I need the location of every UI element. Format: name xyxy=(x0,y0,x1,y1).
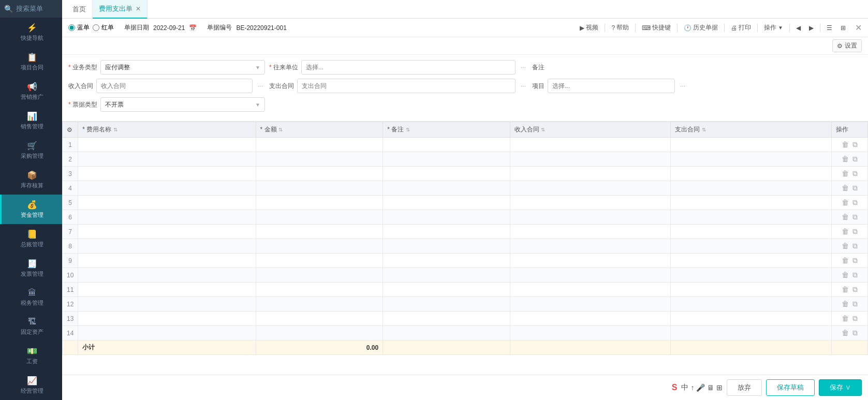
discard-button[interactable]: 放弃 xyxy=(727,379,762,396)
remark-cell[interactable] xyxy=(383,167,510,181)
amount-cell[interactable] xyxy=(256,254,383,268)
copy-icon[interactable]: ⧉ xyxy=(852,314,858,322)
partner-input[interactable] xyxy=(301,60,516,75)
copy-icon[interactable]: ⧉ xyxy=(852,213,858,221)
sidebar-item-accounting[interactable]: 📒 总账管理 xyxy=(0,224,62,254)
tab-close-icon[interactable]: ✕ xyxy=(136,5,141,12)
amount-cell[interactable] xyxy=(256,268,383,283)
expense-contract-cell[interactable] xyxy=(671,210,832,225)
amount-cell[interactable] xyxy=(256,210,383,225)
delete-icon[interactable]: 🗑 xyxy=(842,213,849,221)
sidebar-item-payroll[interactable]: 💵 工资 xyxy=(0,341,62,371)
income-contract-input[interactable] xyxy=(96,79,253,93)
expense-name-cell[interactable] xyxy=(78,297,256,312)
copy-icon[interactable]: ⧉ xyxy=(852,242,858,250)
expense-name-cell[interactable] xyxy=(78,210,256,225)
th-settings[interactable]: ⚙ xyxy=(63,122,78,138)
sidebar-item-operations[interactable]: 📈 经营管理 xyxy=(0,371,62,400)
close-window-icon[interactable]: ✕ xyxy=(855,23,862,33)
tab-home[interactable]: 首页 xyxy=(66,0,93,19)
sidebar-search[interactable]: 🔍 搜索菜单 xyxy=(0,0,62,18)
btn-prev[interactable]: ◀ xyxy=(793,23,804,33)
copy-icon[interactable]: ⧉ xyxy=(852,198,858,206)
radio-red[interactable]: 红单 xyxy=(93,23,114,32)
project-more-icon[interactable]: ··· xyxy=(678,82,687,90)
income-contract-cell[interactable] xyxy=(510,196,671,210)
expense-contract-cell[interactable] xyxy=(671,326,832,340)
expense-name-cell[interactable] xyxy=(78,312,256,326)
amount-cell[interactable] xyxy=(256,138,383,152)
delete-icon[interactable]: 🗑 xyxy=(842,242,849,250)
remark-cell[interactable] xyxy=(383,210,510,225)
copy-icon[interactable]: ⧉ xyxy=(852,256,858,264)
invoice-type-select[interactable]: 不开票 ▼ xyxy=(100,97,265,112)
th-amount[interactable]: * 金额 ⇅ xyxy=(256,122,383,138)
amount-cell[interactable] xyxy=(256,239,383,254)
radio-blue[interactable]: 蓝单 xyxy=(68,23,90,32)
business-type-select[interactable]: 应付调整 ▼ xyxy=(100,60,265,75)
sidebar-item-quick-nav[interactable]: ⚡ 快捷导航 xyxy=(0,18,62,47)
grid-icon[interactable]: ⊞ xyxy=(716,383,723,392)
delete-icon[interactable]: 🗑 xyxy=(842,184,849,192)
copy-icon[interactable]: ⧉ xyxy=(852,329,858,337)
delete-icon[interactable]: 🗑 xyxy=(842,140,849,149)
expense-contract-cell[interactable] xyxy=(671,196,832,210)
amount-cell[interactable] xyxy=(256,225,383,239)
income-contract-cell[interactable] xyxy=(510,167,671,181)
expense-contract-cell[interactable] xyxy=(671,239,832,254)
expense-name-cell[interactable] xyxy=(78,283,256,297)
sidebar-item-purchase[interactable]: 🛒 采购管理 xyxy=(0,136,62,165)
delete-icon[interactable]: 🗑 xyxy=(842,329,849,337)
btn-operate[interactable]: 操作 ▼ xyxy=(761,22,786,34)
tab-expense[interactable]: 费用支出单 ✕ xyxy=(93,0,148,19)
remark-cell[interactable] xyxy=(383,152,510,167)
btn-list-view[interactable]: ☰ xyxy=(823,23,835,33)
amount-cell[interactable] xyxy=(256,196,383,210)
delete-icon[interactable]: 🗑 xyxy=(842,300,849,308)
delete-icon[interactable]: 🗑 xyxy=(842,169,849,177)
copy-icon[interactable]: ⧉ xyxy=(852,169,858,177)
mic-icon[interactable]: 🎤 xyxy=(696,383,705,392)
remark-cell[interactable] xyxy=(383,181,510,196)
expense-name-cell[interactable] xyxy=(78,138,256,152)
copy-icon[interactable]: ⧉ xyxy=(852,155,858,163)
th-expense-contract[interactable]: 支出合同 ⇅ xyxy=(671,122,832,138)
sidebar-item-inventory[interactable]: 📦 库存核算 xyxy=(0,165,62,195)
remark-cell[interactable] xyxy=(383,297,510,312)
remark-cell[interactable] xyxy=(383,326,510,340)
amount-cell[interactable] xyxy=(256,152,383,167)
expense-contract-cell[interactable] xyxy=(671,297,832,312)
screen-icon[interactable]: 🖥 xyxy=(707,383,714,392)
expense-name-cell[interactable] xyxy=(78,254,256,268)
th-remark[interactable]: * 备注 ⇅ xyxy=(383,122,510,138)
expense-name-cell[interactable] xyxy=(78,225,256,239)
amount-cell[interactable] xyxy=(256,181,383,196)
expense-contract-cell[interactable] xyxy=(671,254,832,268)
btn-help[interactable]: ? 帮助 xyxy=(608,22,632,34)
income-contract-more-icon[interactable]: ··· xyxy=(256,82,265,90)
remark-cell[interactable] xyxy=(383,138,510,152)
btn-shortcuts[interactable]: ⌨ 快捷键 xyxy=(639,22,674,34)
arrow-icon[interactable]: ↑ xyxy=(690,383,694,392)
expense-name-cell[interactable] xyxy=(78,239,256,254)
save-draft-button[interactable]: 保存草稿 xyxy=(766,379,815,396)
remark-cell[interactable] xyxy=(383,239,510,254)
partner-more-icon[interactable]: ··· xyxy=(519,64,528,71)
expense-contract-input[interactable] xyxy=(297,79,516,93)
income-contract-cell[interactable] xyxy=(510,181,671,196)
income-contract-cell[interactable] xyxy=(510,254,671,268)
btn-video[interactable]: ▶ 视频 xyxy=(577,22,601,34)
income-contract-cell[interactable] xyxy=(510,239,671,254)
amount-cell[interactable] xyxy=(256,167,383,181)
copy-icon[interactable]: ⧉ xyxy=(852,184,858,192)
income-contract-cell[interactable] xyxy=(510,268,671,283)
btn-print[interactable]: 🖨 打印 xyxy=(728,22,754,34)
expense-name-cell[interactable] xyxy=(78,152,256,167)
sidebar-item-tax[interactable]: 🏛 税务管理 xyxy=(0,283,62,312)
expense-contract-cell[interactable] xyxy=(671,225,832,239)
amount-cell[interactable] xyxy=(256,326,383,340)
btn-history[interactable]: 🕐 历史单据 xyxy=(681,22,721,34)
copy-icon[interactable]: ⧉ xyxy=(852,140,858,149)
income-contract-cell[interactable] xyxy=(510,326,671,340)
remark-cell[interactable] xyxy=(383,254,510,268)
